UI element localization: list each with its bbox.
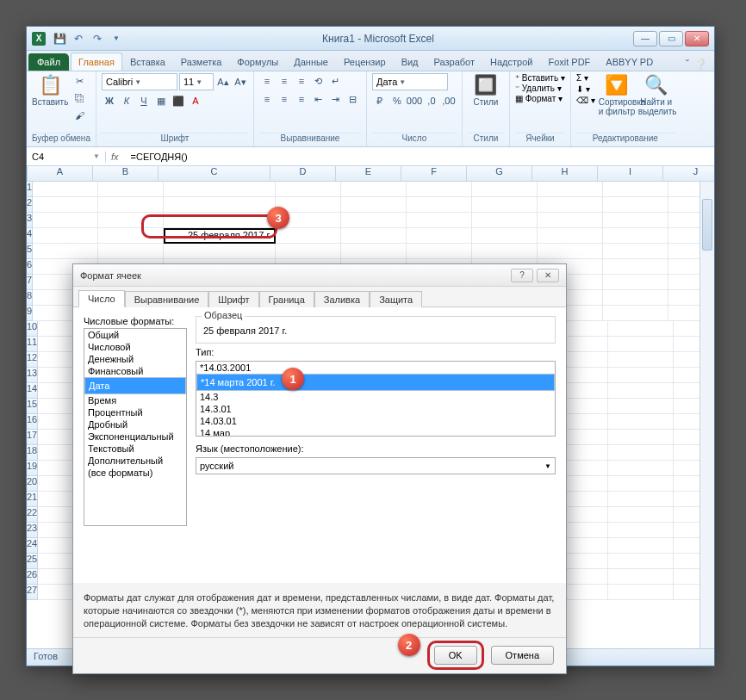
tab-view[interactable]: Вид	[394, 53, 426, 71]
cell[interactable]	[608, 414, 674, 430]
cell[interactable]	[472, 182, 538, 197]
cell[interactable]	[608, 538, 674, 554]
maximize-button[interactable]: ▭	[659, 31, 683, 46]
cell[interactable]	[98, 213, 164, 228]
decrease-indent-icon[interactable]: ⇤	[311, 91, 326, 107]
type-item[interactable]: 14.3	[196, 391, 555, 403]
category-listbox[interactable]: ОбщийЧисловойДенежныйФинансовыйДатаВремя…	[84, 328, 187, 526]
cell[interactable]	[538, 213, 603, 228]
clear-icon[interactable]: ⌫ ▾	[576, 96, 595, 105]
cell[interactable]	[538, 197, 603, 213]
cell[interactable]	[341, 197, 407, 213]
align-bottom-icon[interactable]: ≡	[294, 73, 309, 89]
align-right-icon[interactable]: ≡	[294, 91, 309, 107]
row-header[interactable]: 8	[27, 290, 33, 306]
undo-icon[interactable]: ↶	[71, 32, 85, 46]
category-item[interactable]: Дробный	[84, 418, 186, 431]
col-header[interactable]: A	[28, 166, 93, 181]
category-item[interactable]: Дата	[84, 377, 186, 394]
row-header[interactable]: 22	[27, 507, 38, 523]
font-size-select[interactable]: 11▼	[179, 73, 214, 90]
cell[interactable]	[603, 259, 668, 275]
cell[interactable]	[407, 228, 472, 244]
cell[interactable]	[407, 244, 472, 259]
cell[interactable]	[608, 352, 674, 368]
merge-icon[interactable]: ⊟	[345, 91, 361, 107]
tab-insert[interactable]: Вставка	[122, 53, 173, 71]
minimize-button[interactable]: —	[633, 31, 657, 46]
dialog-tab-fill[interactable]: Заливка	[314, 291, 370, 307]
row-header[interactable]: 18	[27, 445, 38, 461]
tab-addins[interactable]: Надстрой	[482, 53, 540, 71]
border-icon[interactable]: ▦	[153, 93, 169, 108]
align-top-icon[interactable]: ≡	[259, 73, 275, 89]
cell[interactable]	[33, 213, 98, 228]
save-icon[interactable]: 💾	[53, 32, 66, 46]
increase-decimal-icon[interactable]: ,0	[424, 93, 439, 108]
formula-input[interactable]: =СЕГОДНЯ()	[127, 152, 714, 162]
cells-format[interactable]: ▦ Формат ▾	[515, 94, 563, 103]
row-header[interactable]: 12	[27, 352, 38, 368]
row-header[interactable]: 5	[27, 244, 33, 259]
qat-dropdown-icon[interactable]: ▼	[109, 32, 123, 46]
italic-button[interactable]: К	[119, 93, 134, 108]
font-color-icon[interactable]: A	[188, 93, 203, 108]
copy-icon[interactable]: ⿻	[71, 90, 87, 106]
number-format-select[interactable]: Дата▼	[372, 73, 448, 90]
cell[interactable]	[538, 182, 603, 197]
cell[interactable]	[164, 213, 276, 228]
cell[interactable]	[276, 228, 341, 244]
font-name-select[interactable]: Calibri▼	[102, 73, 177, 90]
bold-button[interactable]: Ж	[102, 93, 117, 108]
category-item[interactable]: Экспоненциальный	[84, 431, 186, 443]
file-tab[interactable]: Файл	[28, 53, 69, 71]
minimize-ribbon-icon[interactable]: ˇ	[686, 59, 689, 71]
increase-font-icon[interactable]: A▴	[215, 74, 231, 90]
cell[interactable]	[538, 244, 603, 259]
cell[interactable]	[472, 244, 538, 259]
cell[interactable]	[276, 182, 341, 197]
row-header[interactable]: 3	[27, 213, 33, 228]
cell[interactable]	[538, 228, 603, 244]
name-box[interactable]: C4▼	[27, 152, 106, 162]
cell[interactable]	[276, 244, 341, 259]
col-header[interactable]: D	[270, 166, 336, 181]
cell[interactable]	[33, 182, 98, 197]
align-left-icon[interactable]: ≡	[259, 91, 275, 107]
redo-icon[interactable]: ↷	[90, 32, 104, 46]
align-middle-icon[interactable]: ≡	[277, 73, 292, 89]
dialog-help-button[interactable]: ?	[511, 269, 533, 282]
type-item[interactable]: *14 марта 2001 г.	[196, 374, 555, 391]
category-item[interactable]: Денежный	[84, 353, 186, 365]
paste-button[interactable]: 📋 Вставить	[32, 73, 68, 107]
cell[interactable]	[341, 213, 407, 228]
col-header[interactable]: G	[467, 166, 532, 181]
styles-button[interactable]: 🔲Стили	[468, 73, 504, 107]
tab-formulas[interactable]: Формулы	[229, 53, 286, 71]
cell[interactable]	[608, 461, 674, 476]
type-item[interactable]: 14 мар	[196, 427, 555, 437]
type-listbox[interactable]: *14.03.2001*14 марта 2001 г.14.314.3.011…	[196, 361, 556, 437]
tab-data[interactable]: Данные	[286, 53, 336, 71]
cell[interactable]	[33, 228, 98, 244]
format-painter-icon[interactable]: 🖌	[71, 108, 87, 123]
underline-button[interactable]: Ч	[136, 93, 152, 108]
tab-developer[interactable]: Разработ	[426, 53, 482, 71]
cell[interactable]	[608, 507, 674, 523]
locale-select[interactable]: русский▼	[196, 457, 556, 474]
comma-icon[interactable]: 000	[407, 93, 422, 108]
cell[interactable]	[98, 182, 164, 197]
row-header[interactable]: 4	[27, 228, 33, 244]
col-header[interactable]: I	[598, 166, 663, 181]
row-header[interactable]: 14	[27, 383, 38, 399]
fill-color-icon[interactable]: ⬛	[171, 93, 186, 108]
dialog-tab-alignment[interactable]: Выравнивание	[125, 291, 209, 307]
cell[interactable]	[341, 228, 407, 244]
type-item[interactable]: *14.03.2001	[196, 362, 555, 374]
cell[interactable]	[276, 213, 341, 228]
tab-home[interactable]: Главная	[71, 53, 122, 71]
category-item[interactable]: Текстовый	[84, 443, 186, 455]
row-header[interactable]: 7	[27, 275, 33, 290]
tab-layout[interactable]: Разметка	[173, 53, 230, 71]
col-header[interactable]: F	[401, 166, 467, 181]
